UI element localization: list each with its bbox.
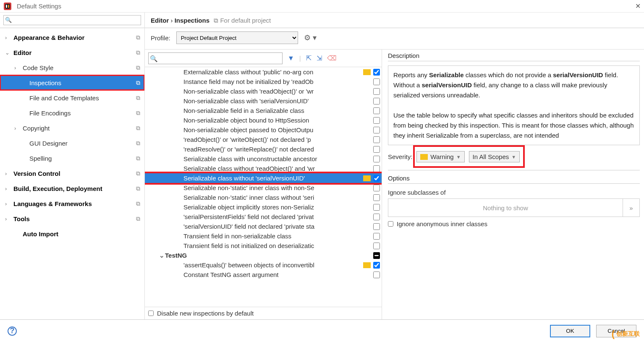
reset-icon[interactable]: ⌫ [327,54,337,62]
inspection-item[interactable]: Non-serializable class with 'readObject(… [145,86,382,96]
sidebar-item[interactable]: ›Code Style⧉ [0,60,144,75]
scope-select[interactable]: In All Scopes▼ [469,151,520,162]
inspection-checkbox[interactable] [373,127,380,133]
inspection-checkbox[interactable] [373,78,380,85]
collapse-icon[interactable]: ⇲ [317,54,322,62]
inspection-group[interactable]: ⌄TestNG [145,251,382,260]
sidebar-item[interactable]: ›Tools⧉ [0,211,144,226]
sidebar-item[interactable]: File and Code Templates⧉ [0,90,144,105]
inspection-item[interactable]: Transient field in non-serializable clas… [145,231,382,241]
inspections-list[interactable]: Externalizable class without 'public' no… [145,67,382,307]
sidebar-item[interactable]: File Encodings⧉ [0,105,144,120]
inspection-item[interactable]: Constant TestNG assert argument [145,270,382,279]
sidebar-item[interactable]: ›Appearance & Behavior⧉ [0,30,144,45]
severity-select[interactable]: Warning▼ [416,151,464,162]
inspection-checkbox[interactable] [373,214,380,220]
inspection-label: Instance field may not be initialized by… [183,78,361,85]
ok-button[interactable]: OK [550,325,590,337]
inspection-checkbox[interactable] [373,233,380,240]
svg-rect-3 [8,5,9,8]
inspection-item[interactable]: Serializable non-'static' inner class wi… [145,193,382,202]
inspection-checkbox[interactable] [373,175,380,182]
settings-tree[interactable]: ›Appearance & Behavior⧉⌄Editor⧉›Code Sty… [0,28,144,319]
watermark: (创新互联 [612,329,640,339]
inspection-item[interactable]: 'serialPersistentFields' field not decla… [145,212,382,222]
sidebar-item-label: Auto Import [23,230,140,238]
severity-swatch [363,233,371,239]
inspection-item[interactable]: Instance field may not be initialized by… [145,77,382,86]
severity-swatch [363,108,371,114]
inspection-checkbox[interactable] [373,252,380,259]
sidebar-item-label: Build, Execution, Deployment [13,185,136,192]
help-icon[interactable]: ? [8,326,17,336]
sidebar-item-label: File Encodings [29,110,136,117]
inspection-item[interactable]: Serializable object implicitly stores no… [145,202,382,212]
sidebar-item[interactable]: ›Build, Execution, Deployment⧉ [0,181,144,196]
inspection-item[interactable]: 'serialVersionUID' field not declared 'p… [145,222,382,231]
sidebar-item[interactable]: Spelling⧉ [0,151,144,166]
severity-swatch [363,272,371,278]
sidebar-item[interactable]: ›Languages & Frameworks⧉ [0,196,144,211]
sidebar-item[interactable]: ›Copyright⧉ [0,120,144,136]
inspection-checkbox[interactable] [373,117,380,124]
sidebar-item-label: Version Control [13,170,136,177]
inspection-checkbox[interactable] [373,243,380,249]
inspection-item[interactable]: 'readResolve()' or 'writeReplace()' not … [145,144,382,154]
inspection-checkbox[interactable] [373,204,380,211]
inspection-checkbox[interactable] [373,262,380,269]
filter-icon[interactable]: ▼ [288,55,294,62]
severity-swatch [363,146,371,152]
inspection-checkbox[interactable] [373,107,380,114]
inspection-item[interactable]: 'assertEquals()' between objects of inco… [145,260,382,270]
expand-icon[interactable]: ⇱ [306,54,312,62]
inspection-checkbox[interactable] [373,136,380,143]
inspection-item[interactable]: Serializable class with unconstructable … [145,154,382,164]
gear-icon[interactable]: ⚙ ▾ [304,33,317,42]
inspection-checkbox[interactable] [373,223,380,230]
inspection-label: 'readObject()' or 'writeObject()' not de… [183,136,361,143]
sidebar-item[interactable]: ⌄Editor⧉ [0,45,144,60]
inspection-item[interactable]: Non-serializable class with 'serialVersi… [145,96,382,106]
sidebar-item-label: Tools [13,215,136,222]
inspection-checkbox[interactable] [373,272,380,278]
sidebar-item[interactable]: Inspections⧉ [0,75,144,90]
inspection-item[interactable]: Transient field is not initialized on de… [145,241,382,251]
inspection-item[interactable]: Non-serializable object bound to HttpSes… [145,115,382,125]
inspection-item[interactable]: 'readObject()' or 'writeObject()' not de… [145,135,382,144]
inspection-item[interactable]: Serializable non-'static' inner class wi… [145,183,382,193]
ignore-anon-label: Ignore anonymous inner classes [397,220,487,227]
inspection-checkbox[interactable] [373,185,380,191]
inspections-search-input[interactable] [148,52,283,64]
severity-swatch [363,98,371,104]
inspection-checkbox[interactable] [373,165,380,172]
inspection-item[interactable]: Serializable class without 'serialVersio… [145,173,382,183]
more-icon[interactable]: » [623,199,639,217]
inspection-label: Serializable class without 'readObject()… [183,165,361,172]
inspection-label: 'readResolve()' or 'writeReplace()' not … [183,146,361,153]
inspection-checkbox[interactable] [373,146,380,153]
inspection-item[interactable]: Non-serializable field in a Serializable… [145,106,382,115]
inspection-label: Serializable object implicitly stores no… [183,204,361,211]
inspection-checkbox[interactable] [373,156,380,162]
search-icon: 🔍 [5,17,12,23]
severity-swatch [363,89,371,94]
svg-rect-2 [6,5,7,8]
inspection-checkbox[interactable] [373,69,380,76]
sidebar-search-input[interactable] [3,15,141,25]
close-icon[interactable]: ✕ [635,2,641,10]
inspection-item[interactable]: Externalizable class without 'public' no… [145,67,382,77]
profile-select[interactable]: Project Default Project [176,31,298,44]
sidebar-item[interactable]: GUI Designer⧉ [0,136,144,151]
sidebar-item[interactable]: Auto Import [0,226,144,241]
inspection-item[interactable]: Non-serializable object passed to Object… [145,125,382,135]
inspection-checkbox[interactable] [373,98,380,104]
sidebar-item[interactable]: ›Version Control⧉ [0,166,144,181]
breadcrumb: Editor › Inspections ⧉ For default proje… [145,13,644,28]
inspection-label: 'serialPersistentFields' field not decla… [183,213,361,220]
severity-swatch [363,117,371,123]
inspection-checkbox[interactable] [373,194,380,201]
disable-new-checkbox[interactable] [148,311,154,316]
inspection-checkbox[interactable] [373,88,380,95]
ignore-anon-checkbox[interactable] [388,221,393,227]
inspection-item[interactable]: Serializable class without 'readObject()… [145,164,382,173]
